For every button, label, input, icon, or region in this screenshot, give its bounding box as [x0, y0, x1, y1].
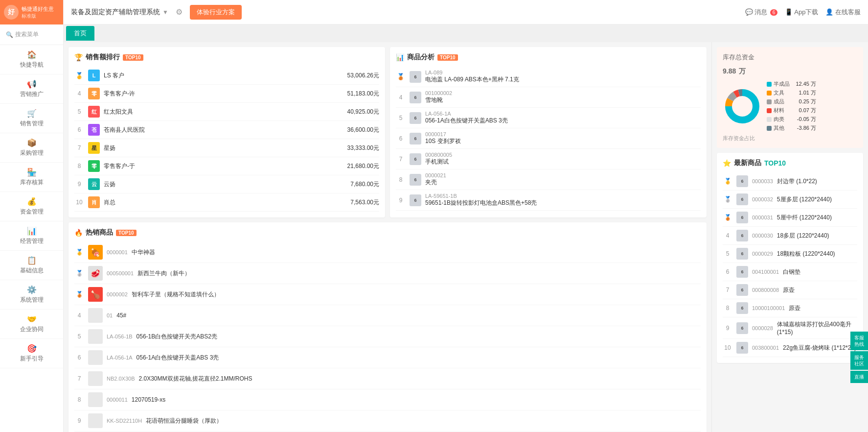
purchase-icon: 📦 — [27, 138, 37, 147]
list-item: 10 6 003800001 22g鱼豆腐-烧烤味 (1*12*20) — [723, 339, 857, 357]
legend-dot — [767, 91, 772, 96]
list-item: 8 0000011 12070519-xs — [74, 389, 701, 410]
product-name: 白钢垫 — [783, 268, 800, 276]
sidebar-item-finance[interactable]: 💰 资金管理 — [0, 192, 63, 221]
product-code: 0000030 — [752, 233, 773, 239]
rank-num: 7 — [74, 375, 84, 382]
sidebar-item-purchase[interactable]: 📦 采购管理 — [0, 133, 63, 163]
sidebar: 好 畅捷通好生意 标准版 🔍 搜索菜单 🏠 快捷导航 📢 营销推广 🛒 销售管理… — [0, 0, 64, 432]
customer-ranking-card: 🏆 销售额排行 TOP10 🥇 L LS 客户 53,006.26元 4 — [69, 47, 385, 217]
product-name: 59651-1B旋转投影灯电池盒ABS黑色+58壳 — [425, 199, 701, 207]
product-name: 12070519-xs — [132, 396, 165, 403]
customer-name: 云扬 — [104, 180, 346, 189]
customer-service-btn[interactable]: 客服热线 — [850, 332, 868, 350]
product-name: 夹壳 — [425, 178, 701, 187]
avatar: L — [88, 70, 100, 81]
product-img-placeholder: 6 — [736, 248, 748, 260]
customer-name: 苍南县人民医院 — [104, 126, 343, 134]
online-service-btn[interactable]: 👤 在线客服 — [825, 8, 861, 17]
rank-medal: 🥇 — [723, 178, 732, 185]
product-name: 智利车子里（规格不知道填什么） — [132, 290, 220, 299]
sidebar-item-base-info[interactable]: 📋 基础信息 — [0, 251, 63, 280]
list-item: 🥇 🍖 0000001 中华神器 — [74, 242, 701, 263]
avatar: 肖 — [88, 196, 100, 208]
rank-num: 9 — [74, 417, 84, 424]
sidebar-item-inventory[interactable]: 🏪 库存核算 — [0, 163, 63, 192]
legend-item: 肉类 -0.05 万 — [767, 116, 816, 123]
product-name: 10S 变刹罗衩 — [425, 137, 701, 145]
experience-btn[interactable]: 体验行业方案 — [190, 5, 242, 20]
rank-num: 7 — [74, 144, 84, 151]
rank-num: 9 — [723, 325, 732, 332]
rank-medal-1: 🥇 — [74, 72, 84, 79]
inventory-chart-area: 半成品 12.45 万 文具 1.01 万 成品 0.25 万 — [723, 80, 857, 132]
live-btn[interactable]: 直播 — [850, 371, 868, 383]
message-btn[interactable]: 💬 消息 6 — [745, 8, 778, 17]
product-code: 0000017 — [425, 131, 701, 137]
customer-name: 零售客户-于 — [104, 162, 343, 170]
sidebar-item-operations[interactable]: 📊 经营管理 — [0, 221, 63, 251]
product-code: 0000031 — [752, 215, 773, 220]
product-name: 056-1A白色按键开关盖ABS 3壳 — [137, 354, 219, 362]
list-item: 5 LA-056-1B 056-1B白色按键开关壳ABS2壳 — [74, 326, 701, 347]
product-code: 0000011 — [107, 397, 128, 403]
list-item: 4 6 001000002 雪地靴 — [396, 87, 701, 108]
top-label: TOP10 — [123, 54, 143, 61]
float-buttons: 客服热线 服务社区 直播 — [850, 332, 868, 383]
product-name: 056-1A白色按键开关盖ABS 3壳 — [425, 117, 701, 125]
sidebar-search-section[interactable]: 🔍 搜索菜单 — [0, 24, 63, 45]
system-icon: ⚙️ — [27, 285, 37, 294]
rank-num: 6 — [723, 268, 732, 275]
product-name: 22g鱼豆腐-烧烤味 (1*12*20) — [783, 344, 856, 352]
message-badge: 6 — [770, 9, 778, 16]
product-code: 003800001 — [752, 345, 779, 351]
legend-item: 半成品 12.45 万 — [767, 80, 816, 88]
base-info-icon: 📋 — [27, 256, 37, 265]
service-community-btn[interactable]: 服务社区 — [850, 351, 868, 370]
product-code: LA-056-1A — [107, 355, 133, 360]
sidebar-item-guide[interactable]: 🎯 新手引导 — [0, 339, 63, 368]
avatar: 苍 — [88, 124, 100, 136]
rank-num: 7 — [396, 156, 406, 163]
list-item: 6 6 004100001 白钢垫 — [723, 263, 857, 281]
inventory-subtitle: 库存资金占比 — [723, 135, 857, 142]
product-code: 000500001 — [107, 270, 134, 276]
legend-item: 材料 0.07 万 — [767, 107, 816, 114]
rank-num: 10 — [723, 344, 732, 351]
donut-chart — [723, 87, 762, 126]
list-item: 5 红 红太阳文具 40,925.00元 — [74, 103, 379, 121]
gear-icon[interactable]: ⚙ — [176, 7, 183, 17]
product-image-placeholder — [88, 329, 103, 344]
sidebar-logo: 好 畅捷通好生意 标准版 — [0, 0, 63, 24]
search-menu-btn[interactable]: 🔍 搜索菜单 — [4, 28, 59, 41]
product-name: 5厘多层 (1220*2440) — [777, 195, 832, 204]
rank-medal: 🥈 — [723, 196, 732, 203]
tab-home[interactable]: 首页 — [66, 26, 94, 41]
rank-num: 8 — [723, 305, 732, 312]
list-item: 9 6 LA-59651-1B 59651-1B旋转投影灯电池盒ABS黑色+58… — [396, 190, 701, 211]
new-products-title: ⭐ 最新商品 TOP10 — [723, 159, 857, 168]
product-code: LA-089 — [425, 70, 701, 75]
product-code: NB2.0X30B — [107, 376, 135, 382]
sidebar-item-home[interactable]: 🏠 快捷导航 — [0, 45, 63, 74]
product-image-placeholder — [88, 350, 103, 365]
rank-num: 5 — [396, 115, 406, 121]
rank-num: 4 — [396, 94, 406, 101]
sidebar-item-sales[interactable]: 🛒 销售管理 — [0, 104, 63, 133]
app-download-btn[interactable]: 📱 App下载 — [785, 8, 818, 17]
hot-products-list: 🥇 🍖 0000001 中华神器 🥈 🥩 000500001 新西兰 — [74, 242, 701, 432]
list-item: 🥉 🍗 0000002 智利车子里（规格不知道填什么） — [74, 284, 701, 305]
sidebar-item-system[interactable]: ⚙️ 系统管理 — [0, 280, 63, 310]
sidebar-item-cooperation[interactable]: 🤝 企业协同 — [0, 310, 63, 339]
product-img-placeholder: 6 — [410, 112, 421, 124]
sidebar-item-marketing[interactable]: 📢 营销推广 — [0, 74, 63, 104]
product-code: 10000100001 — [752, 305, 785, 311]
rank-num: 6 — [74, 126, 84, 133]
legend-item: 其他 -3.86 万 — [767, 124, 816, 132]
legend-dot — [767, 108, 772, 113]
list-item: 5 6 0000029 18颗粒板 (1220*2440) — [723, 245, 857, 263]
rank-medal: 🥉 — [723, 214, 732, 221]
chart-icon: 📊 — [396, 53, 404, 61]
operations-icon: 📊 — [27, 226, 37, 236]
list-item: 4 01 45# — [74, 305, 701, 326]
